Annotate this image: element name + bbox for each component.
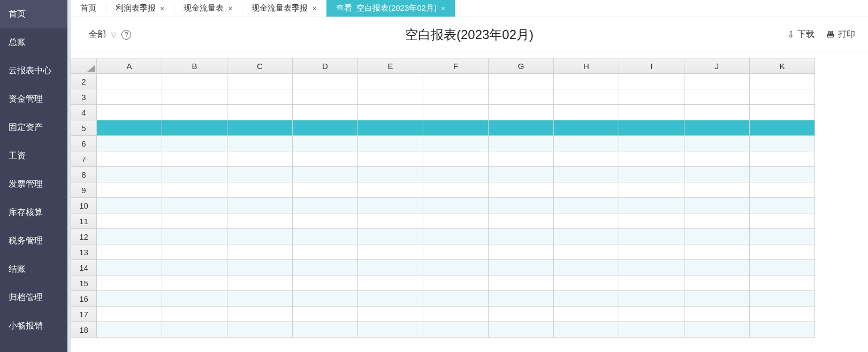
- cell[interactable]: [750, 136, 815, 151]
- cell[interactable]: [97, 307, 162, 322]
- cell[interactable]: [97, 89, 162, 105]
- cell[interactable]: [162, 322, 227, 338]
- cell[interactable]: [97, 229, 162, 244]
- cell[interactable]: [293, 198, 358, 213]
- cell[interactable]: [97, 198, 162, 213]
- cell[interactable]: [423, 151, 489, 167]
- cell[interactable]: [684, 136, 750, 151]
- column-header[interactable]: D: [293, 58, 358, 74]
- cell[interactable]: [162, 307, 227, 322]
- cell[interactable]: [162, 229, 227, 244]
- row-header[interactable]: 13: [71, 244, 97, 260]
- cell[interactable]: [554, 198, 619, 213]
- cell[interactable]: [684, 307, 750, 322]
- cell[interactable]: [619, 307, 684, 322]
- cell[interactable]: [489, 89, 554, 105]
- cell[interactable]: [489, 244, 554, 260]
- cell[interactable]: [619, 291, 684, 307]
- cell[interactable]: [227, 198, 293, 213]
- cell[interactable]: [554, 322, 619, 338]
- cell[interactable]: [97, 244, 162, 260]
- cell[interactable]: [750, 291, 815, 307]
- cell[interactable]: [162, 167, 227, 182]
- cell[interactable]: [489, 105, 554, 120]
- cell[interactable]: [227, 89, 293, 105]
- row-header[interactable]: 3: [71, 89, 97, 105]
- cell[interactable]: [162, 213, 227, 229]
- cell[interactable]: [489, 198, 554, 213]
- cell[interactable]: [162, 120, 227, 136]
- cell[interactable]: [619, 136, 684, 151]
- cell[interactable]: [619, 322, 684, 338]
- column-header[interactable]: G: [489, 58, 554, 74]
- cell[interactable]: [750, 151, 815, 167]
- cell[interactable]: [293, 74, 358, 89]
- row-header[interactable]: 12: [71, 229, 97, 244]
- cell[interactable]: [293, 120, 358, 136]
- row-header[interactable]: 7: [71, 151, 97, 167]
- cell[interactable]: [97, 322, 162, 338]
- sidebar-item[interactable]: 税务管理: [0, 227, 67, 255]
- cell[interactable]: [293, 182, 358, 198]
- row-header[interactable]: 2: [71, 74, 97, 89]
- cell[interactable]: [684, 276, 750, 291]
- row-header[interactable]: 8: [71, 167, 97, 182]
- column-header[interactable]: B: [162, 58, 227, 74]
- cell[interactable]: [684, 151, 750, 167]
- cell[interactable]: [489, 74, 554, 89]
- sidebar-item[interactable]: 发票管理: [0, 170, 67, 198]
- cell[interactable]: [750, 307, 815, 322]
- sidebar-item[interactable]: 总账: [0, 28, 67, 57]
- cell[interactable]: [293, 105, 358, 120]
- sidebar-item[interactable]: 云报表中心: [0, 57, 67, 85]
- cell[interactable]: [358, 322, 423, 338]
- cell[interactable]: [554, 291, 619, 307]
- column-header[interactable]: K: [750, 58, 815, 74]
- cell[interactable]: [684, 198, 750, 213]
- cell[interactable]: [554, 136, 619, 151]
- column-header[interactable]: I: [619, 58, 684, 74]
- row-header[interactable]: 5: [71, 120, 97, 136]
- cell[interactable]: [358, 291, 423, 307]
- cell[interactable]: [684, 74, 750, 89]
- filter-dropdown[interactable]: 全部 ▽ ?: [89, 29, 131, 40]
- cell[interactable]: [489, 291, 554, 307]
- cell[interactable]: [619, 74, 684, 89]
- cell[interactable]: [554, 260, 619, 276]
- sidebar-item[interactable]: 小畅报销: [0, 312, 67, 340]
- cell[interactable]: [227, 74, 293, 89]
- cell[interactable]: [489, 322, 554, 338]
- cell[interactable]: [97, 260, 162, 276]
- spreadsheet-viewport[interactable]: ABCDEFGHIJK23456789101112131415161718: [71, 52, 868, 352]
- cell[interactable]: [554, 151, 619, 167]
- cell[interactable]: [358, 120, 423, 136]
- cell[interactable]: [684, 229, 750, 244]
- cell[interactable]: [423, 198, 489, 213]
- cell[interactable]: [162, 74, 227, 89]
- column-header[interactable]: F: [423, 58, 489, 74]
- cell[interactable]: [162, 136, 227, 151]
- cell[interactable]: [489, 276, 554, 291]
- cell[interactable]: [489, 136, 554, 151]
- close-icon[interactable]: ×: [441, 4, 445, 13]
- cell[interactable]: [358, 74, 423, 89]
- cell[interactable]: [358, 167, 423, 182]
- cell[interactable]: [227, 213, 293, 229]
- cell[interactable]: [619, 105, 684, 120]
- cell[interactable]: [684, 105, 750, 120]
- cell[interactable]: [489, 151, 554, 167]
- cell[interactable]: [489, 167, 554, 182]
- cell[interactable]: [162, 291, 227, 307]
- cell[interactable]: [423, 244, 489, 260]
- cell[interactable]: [423, 167, 489, 182]
- tab[interactable]: 现金流量表×: [174, 0, 242, 17]
- cell[interactable]: [423, 105, 489, 120]
- cell[interactable]: [162, 260, 227, 276]
- cell[interactable]: [358, 307, 423, 322]
- cell[interactable]: [750, 105, 815, 120]
- cell[interactable]: [358, 136, 423, 151]
- tab[interactable]: 利润表季报×: [106, 0, 174, 17]
- cell[interactable]: [423, 291, 489, 307]
- cell[interactable]: [358, 229, 423, 244]
- cell[interactable]: [619, 276, 684, 291]
